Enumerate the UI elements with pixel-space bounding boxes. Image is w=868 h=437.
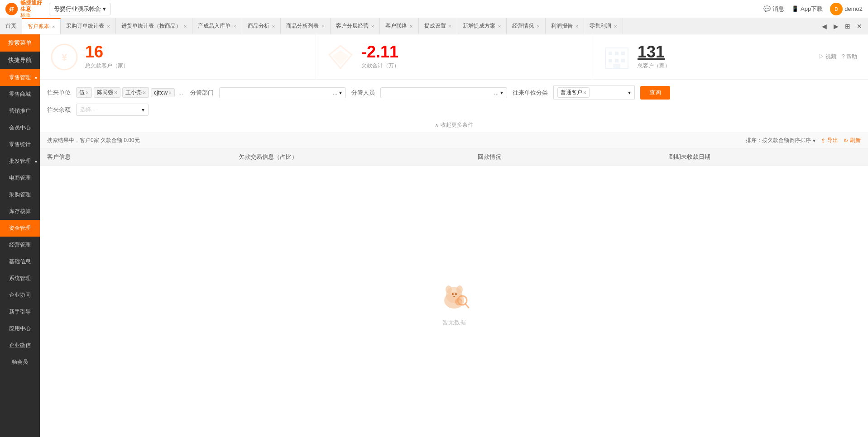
query-button[interactable]: 查询 bbox=[640, 86, 670, 100]
close-icon[interactable]: × bbox=[107, 24, 110, 29]
stats-bar: ¥ 16 总欠款客户（家） -2.11 欠款合计（万） bbox=[40, 34, 868, 80]
tag-wu-text: 伍 bbox=[79, 89, 85, 96]
close-icon[interactable]: × bbox=[575, 24, 578, 29]
message-button[interactable]: 💬 消息 bbox=[763, 5, 784, 13]
filter-dept-select[interactable]: ... ▾ bbox=[219, 87, 346, 98]
sidebar-item-finance[interactable]: 资金管理 bbox=[0, 220, 40, 237]
stat-content-customers: 16 总欠款客户（家） bbox=[85, 44, 129, 70]
app-download-button[interactable]: 📱 App下载 bbox=[791, 5, 823, 13]
table-header: 客户信息 欠款交易信息（占比） 回款情况 到期未收款日期 bbox=[40, 148, 868, 166]
sidebar-item-member2[interactable]: 畅会员 bbox=[0, 354, 40, 370]
close-icon[interactable]: × bbox=[537, 24, 539, 29]
tag-wang-close[interactable]: × bbox=[143, 90, 146, 96]
tab-add-commission-label: 新增提成方案 bbox=[463, 22, 495, 30]
unit-class-tag-close[interactable]: × bbox=[583, 90, 586, 96]
stat-total-all-customers: 131 总客户（家） ▷ 视频 ? 帮助 bbox=[592, 34, 868, 79]
sidebar-item-marketing[interactable]: 营销推广 bbox=[0, 103, 40, 119]
person-dots: ... bbox=[494, 90, 499, 96]
stat-label-all-customers: 总客户（家） bbox=[638, 62, 670, 70]
col-customer-info: 客户信息 bbox=[47, 153, 239, 161]
close-icon[interactable]: × bbox=[184, 24, 187, 29]
tab-home[interactable]: 首页 bbox=[0, 18, 22, 34]
export-button[interactable]: ⇪ 导出 bbox=[821, 137, 838, 144]
sidebar-item-app-center[interactable]: 应用中心 bbox=[0, 320, 40, 337]
sidebar-item-wholesale[interactable]: 批发管理 bbox=[0, 153, 40, 170]
filter-tag-wang: 王小亮 × bbox=[122, 87, 149, 98]
sidebar-item-member[interactable]: 会员中心 bbox=[0, 119, 40, 136]
tab-product-analysis[interactable]: 商品分析 × bbox=[242, 18, 281, 34]
collapse-button[interactable]: ∧ 收起更多条件 bbox=[47, 119, 861, 131]
sidebar-item-basic-info[interactable]: 基础信息 bbox=[0, 253, 40, 270]
close-icon[interactable]: × bbox=[233, 24, 236, 29]
tab-controls: ◀ ▶ ⊞ ✕ bbox=[815, 21, 868, 31]
sidebar-marketing-label: 营销推广 bbox=[9, 108, 31, 114]
tab-product-receipt[interactable]: 产成品入库单 × bbox=[192, 18, 242, 34]
sidebar-ecommerce-label: 电商管理 bbox=[9, 175, 31, 181]
close-icon[interactable]: × bbox=[321, 24, 324, 29]
sidebar-item-retail-stats[interactable]: 零售统计 bbox=[0, 136, 40, 153]
tab-purchase-order[interactable]: 采购订单统计表 × bbox=[61, 18, 115, 34]
sidebar-retail-stats-label: 零售统计 bbox=[9, 141, 31, 147]
result-summary: 搜索结果中，客户0家 欠款金额 0.00元 bbox=[47, 137, 140, 144]
sidebar-item-ecommerce[interactable]: 电商管理 bbox=[0, 170, 40, 186]
more-tags-button[interactable]: ... bbox=[177, 89, 185, 97]
tab-customer-account[interactable]: 客户账本 × bbox=[22, 18, 61, 34]
tab-customer-tier[interactable]: 客户分层经营 × bbox=[331, 18, 380, 34]
sidebar-item-retail-mall[interactable]: 零售商城 bbox=[0, 86, 40, 103]
filter-person-select[interactable]: ... ▾ bbox=[380, 87, 507, 98]
search-menu-label: 搜索菜单 bbox=[8, 39, 32, 46]
tab-close-all-button[interactable]: ✕ bbox=[854, 21, 864, 31]
stat-label-customers: 总欠款客户（家） bbox=[85, 62, 129, 70]
sidebar-item-operations[interactable]: 经营管理 bbox=[0, 237, 40, 253]
tab-add-commission[interactable]: 新增提成方案 × bbox=[457, 18, 507, 34]
sidebar-item-wechat[interactable]: 企业微信 bbox=[0, 337, 40, 354]
close-icon[interactable]: × bbox=[498, 24, 501, 29]
logo-icon: 好 bbox=[5, 1, 18, 17]
tab-purchase-stats[interactable]: 进货单统计表（按商品） × bbox=[116, 18, 192, 34]
tag-wu-close[interactable]: × bbox=[86, 90, 89, 96]
help-link[interactable]: ? 帮助 bbox=[842, 53, 857, 61]
close-icon[interactable]: × bbox=[52, 24, 55, 29]
video-link[interactable]: ▷ 视频 bbox=[819, 53, 836, 61]
close-icon[interactable]: × bbox=[449, 24, 451, 29]
tab-customer-contact[interactable]: 客户联络 × bbox=[380, 18, 418, 34]
sidebar-item-inventory[interactable]: 库存核算 bbox=[0, 203, 40, 220]
filter-balance-select[interactable]: 选择... ▾ bbox=[76, 104, 149, 116]
tab-commission-settings[interactable]: 提成设置 × bbox=[419, 18, 457, 34]
close-icon[interactable]: × bbox=[371, 24, 374, 29]
sidebar-item-quick-nav[interactable]: 快捷导航 bbox=[0, 52, 40, 69]
sidebar-item-search[interactable]: 搜索菜单 bbox=[0, 34, 40, 52]
refresh-button[interactable]: ↻ 刷新 bbox=[844, 137, 861, 144]
sort-select[interactable]: 排序：按欠款金额倒序排序 ▾ bbox=[746, 137, 815, 144]
close-icon[interactable]: × bbox=[410, 24, 412, 29]
export-icon: ⇪ bbox=[821, 138, 825, 144]
tab-expand-button[interactable]: ⊞ bbox=[843, 21, 853, 31]
tab-operation[interactable]: 经营情况 × bbox=[507, 18, 545, 34]
close-icon[interactable]: × bbox=[614, 24, 617, 29]
sidebar-newbie-label: 新手引导 bbox=[9, 309, 31, 315]
tab-prev-button[interactable]: ◀ bbox=[819, 21, 829, 31]
filter-unit-class-select[interactable]: 普通客户 × ▾ bbox=[553, 85, 635, 100]
sidebar-item-purchase[interactable]: 采购管理 bbox=[0, 186, 40, 203]
tab-profit-report[interactable]: 利润报告 × bbox=[546, 18, 584, 34]
sidebar-item-system[interactable]: 系统管理 bbox=[0, 270, 40, 287]
tag-chen-close[interactable]: × bbox=[114, 90, 117, 96]
sidebar-item-newbie[interactable]: 新手引导 bbox=[0, 304, 40, 320]
tag-cjttcw-close[interactable]: × bbox=[168, 90, 172, 96]
svg-point-20 bbox=[453, 296, 455, 297]
sidebar-item-enterprise[interactable]: 企业协同 bbox=[0, 287, 40, 304]
tab-product-analysis-list[interactable]: 商品分析列表 × bbox=[281, 18, 330, 34]
stat-label-debt: 欠款合计（万） bbox=[361, 62, 399, 70]
filter-row-2: 往来余额 选择... ▾ bbox=[47, 104, 861, 116]
account-selector[interactable]: 母婴行业演示帐套 ▾ bbox=[49, 3, 111, 15]
filter-dept-label: 分管部门 bbox=[190, 89, 214, 97]
sidebar-item-retail[interactable]: 零售管理 bbox=[0, 69, 40, 86]
svg-text:好: 好 bbox=[9, 6, 14, 11]
filter-unit-tags: 伍 × 陈民强 × 王小亮 × cjttcw × ... bbox=[76, 87, 185, 98]
tab-retail-profit[interactable]: 零售利润 × bbox=[584, 18, 623, 34]
collapse-up-icon: ∧ bbox=[435, 122, 439, 128]
user-area[interactable]: D demo2 bbox=[830, 3, 863, 15]
tab-next-button[interactable]: ▶ bbox=[831, 21, 841, 31]
svg-line-24 bbox=[465, 304, 469, 308]
close-icon[interactable]: × bbox=[272, 24, 275, 29]
